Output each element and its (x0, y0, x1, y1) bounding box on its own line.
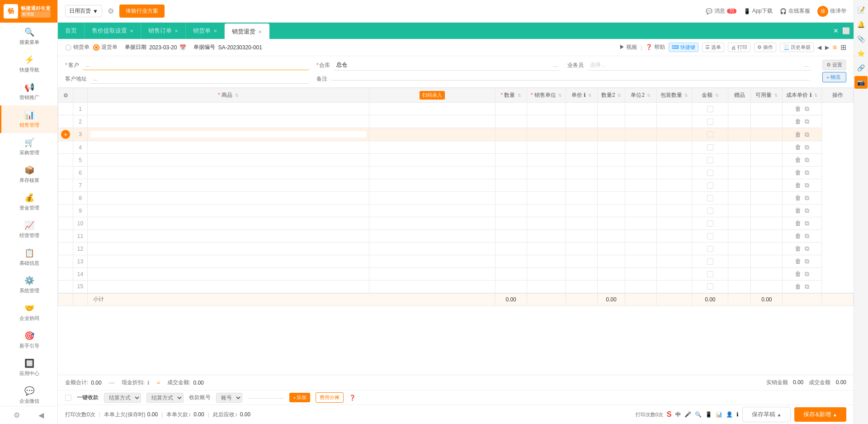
row-pack-cell[interactable] (625, 154, 656, 167)
row-unit-cell[interactable] (495, 154, 527, 167)
row-price-cell[interactable] (527, 255, 566, 268)
row-amount-cell[interactable] (656, 128, 692, 141)
row-avail-cell[interactable] (728, 128, 751, 141)
row-amount-cell[interactable] (656, 154, 692, 167)
account-method-select[interactable]: 结算方式 (146, 393, 184, 403)
gift-checkbox[interactable] (707, 119, 713, 125)
customer-input[interactable]: ... (83, 61, 309, 70)
close-tab-btn[interactable]: ✕ (833, 27, 839, 34)
row-unit-cell[interactable] (495, 205, 527, 217)
row-qty-cell[interactable] (369, 230, 495, 243)
print-btn[interactable]: 🖨 打印 (728, 43, 750, 52)
right-attachment-icon[interactable]: 📎 (854, 33, 868, 45)
row-qty2-cell[interactable] (566, 255, 597, 268)
row-price-cell[interactable] (527, 128, 566, 141)
gift-checkbox[interactable] (707, 283, 713, 290)
row-amount-cell[interactable] (656, 217, 692, 230)
row-unit2-cell[interactable] (597, 217, 625, 230)
history-btn[interactable]: 📃 历史单据 (780, 43, 814, 52)
sidebar-item-系统管理[interactable]: ⚙️系统管理 (0, 271, 57, 299)
type-sale-radio[interactable]: 销货单 (65, 43, 90, 51)
delete-row-btn[interactable]: 🗑 (795, 181, 801, 189)
table-gear-icon[interactable]: ⚙ (63, 92, 68, 99)
sidebar-item-快捷导航[interactable]: ⚡快捷导航 (0, 50, 57, 78)
gift-checkbox[interactable] (707, 157, 713, 163)
online-service-btn[interactable]: 🎧 在线客服 (780, 7, 810, 15)
row-qty-cell[interactable] (369, 179, 495, 192)
type-return-radio[interactable]: 退货单 (93, 43, 118, 51)
row-avail-cell[interactable] (728, 179, 751, 192)
row-avail-cell[interactable] (728, 141, 751, 154)
row-amount-cell[interactable] (656, 192, 692, 205)
row-cost-cell[interactable] (751, 141, 783, 154)
row-avail-cell[interactable] (728, 255, 751, 268)
delete-row-btn[interactable]: 🗑 (795, 105, 801, 112)
row-cost-cell[interactable] (751, 154, 783, 167)
delete-row-btn[interactable]: 🗑 (795, 283, 801, 290)
staff-input[interactable]: 选择... ... (587, 60, 811, 71)
copy-row-btn[interactable]: ⧉ (805, 131, 809, 138)
row-amount-cell[interactable] (656, 115, 692, 128)
row-qty2-cell[interactable] (566, 103, 597, 115)
row-qty2-cell[interactable] (566, 115, 597, 128)
row-qty-cell[interactable] (369, 103, 495, 115)
row-pack-cell[interactable] (625, 217, 656, 230)
sidebar-item-营销推广[interactable]: 📢营销推广 (0, 78, 57, 105)
row-qty2-cell[interactable] (566, 141, 597, 154)
sidebar-item-企业协同[interactable]: 🤝企业协同 (0, 299, 57, 326)
row-price-cell[interactable] (527, 167, 566, 179)
gift-checkbox[interactable] (707, 131, 713, 138)
row-amount-cell[interactable] (656, 141, 692, 154)
copy-row-btn[interactable]: ⧉ (805, 245, 809, 252)
row-amount-cell[interactable] (656, 230, 692, 243)
row-unit2-cell[interactable] (597, 230, 625, 243)
row-qty2-cell[interactable] (566, 179, 597, 192)
row-qty2-cell[interactable] (566, 230, 597, 243)
expand-tab-btn[interactable]: ⬜ (842, 27, 850, 34)
row-unit2-cell[interactable] (597, 141, 625, 154)
row-product-cell[interactable] (88, 103, 369, 115)
row-product-cell[interactable] (88, 217, 369, 230)
delete-row-btn[interactable]: 🗑 (795, 156, 801, 163)
row-cost-cell[interactable] (751, 205, 783, 217)
discount-help-icon[interactable]: ℹ (147, 380, 150, 386)
delete-row-btn[interactable]: 🗑 (795, 169, 801, 176)
right-link-icon[interactable]: 🔗 (854, 62, 868, 74)
settings-btn[interactable]: ⚙ 设置 (822, 60, 846, 70)
row-qty-cell[interactable] (369, 243, 495, 255)
app-download-btn[interactable]: 📱 App下载 (744, 7, 773, 15)
gift-checkbox[interactable] (707, 246, 713, 252)
right-notes-icon[interactable]: 📝 (854, 4, 868, 16)
row-qty-cell[interactable] (369, 167, 495, 179)
row-qty-cell[interactable] (369, 255, 495, 268)
shortcut-btn[interactable]: ⌨ 快捷键 (669, 43, 698, 52)
row-qty2-cell[interactable] (566, 154, 597, 167)
row-qty-cell[interactable] (369, 281, 495, 293)
collapse-icon[interactable]: ◀ (38, 411, 44, 419)
row-unit-cell[interactable] (495, 179, 527, 192)
row-unit-cell[interactable] (495, 115, 527, 128)
row-avail-cell[interactable] (728, 205, 751, 217)
row-avail-cell[interactable] (728, 268, 751, 281)
delete-row-btn[interactable]: 🗑 (795, 207, 801, 214)
row-qty2-cell[interactable] (566, 217, 597, 230)
delete-row-btn[interactable]: 🗑 (795, 270, 801, 277)
row-price-cell[interactable] (527, 179, 566, 192)
row-unit-cell[interactable] (495, 268, 527, 281)
calendar-icon[interactable]: 📅 (179, 44, 186, 51)
help-btn[interactable]: ❓ 帮助 (646, 43, 665, 51)
experience-btn[interactable]: 体验行业方案 (119, 5, 165, 18)
row-price-cell[interactable] (527, 217, 566, 230)
row-qty2-cell[interactable] (566, 281, 597, 293)
row-product-cell[interactable] (88, 230, 369, 243)
row-cost-cell[interactable] (751, 128, 783, 141)
row-unit2-cell[interactable] (597, 243, 625, 255)
row-cost-cell[interactable] (751, 103, 783, 115)
row-qty-cell[interactable] (369, 217, 495, 230)
row-unit2-cell[interactable] (597, 192, 625, 205)
next-record-btn[interactable]: ▶ (825, 44, 829, 51)
row-avail-cell[interactable] (728, 230, 751, 243)
row-amount-cell[interactable] (656, 179, 692, 192)
select-btn[interactable]: ☰ 选单 (702, 43, 724, 52)
row-product-cell[interactable] (88, 154, 369, 167)
